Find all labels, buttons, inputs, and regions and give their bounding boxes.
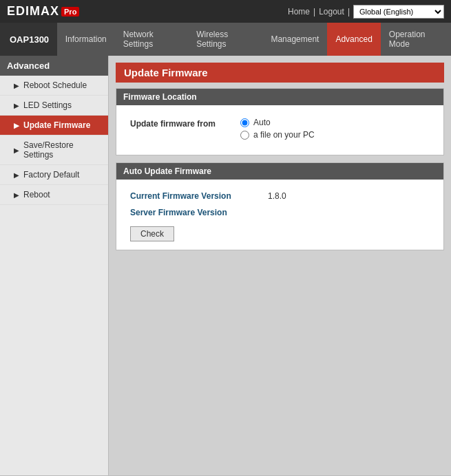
sidebar-item-reboot-schedule[interactable]: ▶ Reboot Schedule — [0, 76, 108, 96]
auto-update-body: Current Firmware Version 1.8.0 Server Fi… — [116, 180, 443, 250]
update-firmware-from-label: Update firmware from — [130, 118, 240, 129]
sidebar-item-reboot[interactable]: ▶ Reboot — [0, 185, 108, 205]
content-area: Update Firmware Firmware Location Update… — [109, 56, 451, 475]
logo-edimax-text: EDIMAX — [7, 4, 59, 19]
header: EDIMAX Pro Home | Logout | Global (Engli… — [0, 0, 451, 23]
logo-pro-badge: Pro — [61, 7, 79, 17]
sidebar-item-factory-default-label: Factory Default — [23, 170, 79, 180]
sidebar-item-reboot-label: Reboot — [23, 190, 50, 199]
nav-item-advanced[interactable]: Advanced — [327, 23, 380, 56]
sidebar-item-update-firmware-label: Update Firmware — [23, 120, 90, 130]
firmware-location-body: Update firmware from Auto a file on your… — [116, 105, 443, 155]
nav-item-management[interactable]: Management — [262, 23, 327, 56]
firmware-location-title: Firmware Location — [116, 89, 443, 105]
home-link[interactable]: Home — [288, 7, 310, 17]
table-row: Server Firmware Version — [123, 204, 437, 221]
header-right: Home | Logout | Global (English) Chinese… — [288, 5, 444, 19]
check-button[interactable]: Check — [130, 226, 174, 241]
sidebar-header: Advanced — [0, 56, 108, 76]
current-version-value: 1.8.0 — [261, 188, 437, 204]
nav-items: Information Network Settings Wireless Se… — [57, 23, 451, 56]
sidebar-item-led-settings-label: LED Settings — [23, 100, 72, 110]
language-select[interactable]: Global (English) Chinese (Traditional) C… — [353, 5, 444, 19]
sidebar-item-save-restore-label: Save/Restore Settings — [23, 140, 101, 160]
radio-pc-row: a file on your PC — [240, 130, 430, 140]
auto-update-section: Auto Update Firmware Current Firmware Ve… — [116, 162, 444, 250]
firmware-info-table: Current Firmware Version 1.8.0 Server Fi… — [123, 188, 437, 221]
arrow-icon: ▶ — [14, 191, 19, 199]
sidebar-item-save-restore[interactable]: ▶ Save/Restore Settings — [0, 136, 108, 165]
sidebar: Advanced ▶ Reboot Schedule ▶ LED Setting… — [0, 56, 109, 475]
nav-item-information[interactable]: Information — [57, 23, 115, 56]
sidebar-item-update-firmware[interactable]: ▶ Update Firmware — [0, 116, 108, 136]
nav-item-network-settings[interactable]: Network Settings — [115, 23, 188, 56]
arrow-icon: ▶ — [14, 147, 19, 154]
firmware-location-section: Firmware Location Update firmware from A… — [116, 88, 444, 155]
server-version-value — [261, 204, 437, 221]
server-version-label: Server Firmware Version — [123, 204, 261, 221]
sidebar-item-reboot-schedule-label: Reboot Schedule — [23, 80, 87, 90]
radio-pc-label[interactable]: a file on your PC — [253, 130, 315, 140]
arrow-icon: ▶ — [14, 82, 19, 89]
nav-item-wireless-settings[interactable]: Wireless Settings — [188, 23, 262, 56]
update-firmware-from-row: Update firmware from Auto a file on your… — [123, 113, 437, 147]
radio-auto[interactable] — [240, 118, 249, 127]
radio-auto-label[interactable]: Auto — [253, 118, 271, 127]
logout-link[interactable]: Logout — [319, 7, 344, 17]
nav-item-operation-mode[interactable]: Operation Mode — [381, 23, 451, 56]
firmware-options: Auto a file on your PC — [240, 118, 430, 142]
page-title: Update Firmware — [116, 63, 444, 83]
radio-pc[interactable] — [240, 131, 249, 140]
arrow-icon: ▶ — [14, 122, 19, 129]
navbar: OAP1300 Information Network Settings Wir… — [0, 23, 451, 56]
arrow-icon: ▶ — [14, 102, 19, 109]
device-label: OAP1300 — [0, 23, 57, 56]
arrow-icon: ▶ — [14, 171, 19, 179]
logo: EDIMAX Pro — [7, 4, 79, 19]
main-layout: Advanced ▶ Reboot Schedule ▶ LED Setting… — [0, 56, 451, 475]
current-version-label: Current Firmware Version — [123, 188, 261, 204]
auto-update-title: Auto Update Firmware — [116, 163, 443, 180]
sidebar-item-factory-default[interactable]: ▶ Factory Default — [0, 165, 108, 185]
table-row: Current Firmware Version 1.8.0 — [123, 188, 437, 204]
sidebar-item-led-settings[interactable]: ▶ LED Settings — [0, 96, 108, 116]
radio-auto-row: Auto — [240, 118, 430, 127]
